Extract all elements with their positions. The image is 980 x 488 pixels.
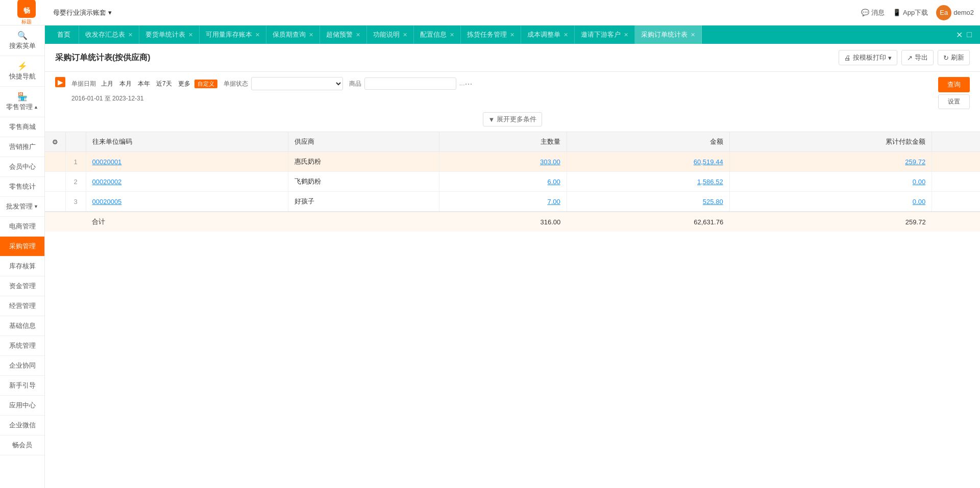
tab-purchase-stats-close[interactable]: ✕	[188, 32, 193, 38]
column-settings-icon[interactable]: ⚙	[52, 138, 58, 146]
workspace-selector[interactable]: 母婴行业演示账套 ▾	[53, 8, 112, 17]
shortcut-last-month[interactable]: 上月	[99, 79, 115, 89]
sidebar-item-marketing[interactable]: 营销推广	[0, 137, 44, 157]
footer-label: 合计	[92, 218, 105, 225]
col-settings: ⚙	[45, 132, 65, 152]
tab-available-stock-close[interactable]: ✕	[255, 32, 260, 38]
date-label: 单据日期	[71, 80, 96, 88]
table-body: 1 00020001 惠氏奶粉 303.00 60,519.44 259.72 …	[45, 152, 980, 212]
sidebar-item-appstore[interactable]: 应用中心	[0, 396, 44, 416]
footer-label-cell: 合计	[86, 212, 288, 232]
tab-pick-task[interactable]: 拣货任务管理 ✕	[461, 25, 521, 44]
col-supplier-name: 供应商	[288, 132, 439, 152]
export-icon: ↗	[907, 54, 913, 62]
sidebar-label-retail: 零售管理	[6, 102, 33, 112]
sidebar-item-finance[interactable]: 资金管理	[0, 276, 44, 296]
shortcut-7days[interactable]: 近7天	[154, 79, 174, 89]
export-btn[interactable]: ↗ 导出	[901, 50, 934, 65]
tab-available-stock[interactable]: 可用量库存账本 ✕	[200, 25, 266, 44]
row-paid-amount[interactable]: 259.72	[729, 152, 932, 172]
window-maximize-btn[interactable]: □	[967, 30, 972, 39]
sidebar-label-retail-stat: 零售统计	[9, 182, 36, 191]
sidebar-item-enterprise[interactable]: 企业协同	[0, 356, 44, 376]
tab-config-info[interactable]: 配置信息 ✕	[414, 25, 461, 44]
sidebar-item-wholesale[interactable]: 批发管理 ▼	[0, 197, 44, 217]
search-btn[interactable]: 查询	[938, 77, 970, 92]
message-btn[interactable]: 💬 消息	[861, 8, 885, 17]
sidebar-item-basic[interactable]: 基础信息	[0, 316, 44, 336]
row-main-qty[interactable]: 303.00	[439, 152, 567, 172]
tab-function-desc-close[interactable]: ✕	[403, 32, 407, 38]
tab-purchase-order-stats-close[interactable]: ✕	[691, 32, 695, 38]
app-download-btn[interactable]: 📱 App下载	[893, 8, 928, 17]
sidebar-item-system[interactable]: 系统管理	[0, 336, 44, 356]
row-supplier-code[interactable]: 00020001	[86, 152, 288, 172]
row-paid-amount[interactable]: 0.00	[729, 192, 932, 212]
status-select[interactable]	[251, 77, 343, 90]
expand-more-btn[interactable]: ▼ 展开更多条件	[483, 112, 543, 126]
goods-input[interactable]	[364, 78, 456, 90]
filter-toggle-btn[interactable]: ▶	[55, 77, 65, 87]
sidebar-label-inventory: 库存核算	[9, 262, 36, 271]
row-amount[interactable]: 525.80	[567, 192, 729, 212]
row-amount[interactable]: 60,519.44	[567, 152, 729, 172]
tab-receive-summary[interactable]: 收发存汇总表 ✕	[79, 25, 139, 44]
sidebar-item-search[interactable]: 🔍 搜索英单	[0, 25, 44, 56]
sidebar-item-newbie[interactable]: 新手引导	[0, 376, 44, 396]
tab-function-desc[interactable]: 功能说明 ✕	[367, 25, 414, 44]
goods-more-icon[interactable]: ···	[459, 79, 473, 89]
row-supplier-code[interactable]: 00020005	[86, 192, 288, 212]
tab-expiry-query[interactable]: 保质期查询 ✕	[266, 25, 320, 44]
tab-purchase-order-stats[interactable]: 采购订单统计表 ✕	[635, 25, 702, 44]
sidebar-label-purchase: 采购管理	[9, 242, 36, 251]
row-amount[interactable]: 1,586.52	[567, 172, 729, 192]
tab-cost-adjust-close[interactable]: ✕	[564, 32, 568, 38]
workspace-name: 母婴行业演示账套	[53, 8, 106, 17]
shortcut-this-year[interactable]: 本年	[136, 79, 152, 89]
status-filter-group: 单据状态	[224, 77, 343, 90]
row-supplier-code[interactable]: 00020002	[86, 172, 288, 192]
footer-index-cell	[65, 212, 86, 232]
refresh-btn[interactable]: ↻ 刷新	[938, 50, 970, 65]
tab-receive-summary-close[interactable]: ✕	[128, 32, 133, 38]
row-index: 1	[65, 152, 86, 172]
shortcut-this-month[interactable]: 本月	[117, 79, 134, 89]
row-main-qty[interactable]: 7.00	[439, 192, 567, 212]
tab-purchase-stats[interactable]: 要货单统计表 ✕	[139, 25, 200, 44]
tab-overstock-warning-close[interactable]: ✕	[356, 32, 360, 38]
sidebar-item-operations[interactable]: 经营管理	[0, 296, 44, 316]
col-supplier-code: 往来单位编码	[86, 132, 288, 152]
window-close-btn[interactable]: ✕	[956, 30, 963, 40]
row-settings-cell	[45, 152, 65, 172]
status-label: 单据状态	[224, 80, 248, 88]
sidebar-item-retail-stat[interactable]: 零售统计	[0, 177, 44, 197]
row-settings-cell	[45, 172, 65, 192]
tab-invite-downstream[interactable]: 邀请下游客户 ✕	[575, 25, 635, 44]
sidebar-item-wechat[interactable]: 企业微信	[0, 416, 44, 435]
sidebar-item-retail[interactable]: 🏪 零售管理 ▲	[0, 87, 44, 117]
logo[interactable]: 畅 标题	[6, 0, 47, 25]
sidebar-item-retail-mall[interactable]: 零售商城	[0, 117, 44, 137]
tab-expiry-query-close[interactable]: ✕	[309, 32, 313, 38]
tab-cost-adjust[interactable]: 成本调整单 ✕	[521, 25, 575, 44]
shortcut-more[interactable]: 更多	[176, 79, 192, 89]
settings-btn[interactable]: 设置	[938, 94, 970, 109]
tab-overstock-warning[interactable]: 超储预警 ✕	[320, 25, 367, 44]
template-print-btn[interactable]: 🖨 按模板打印 ▾	[839, 50, 897, 65]
row-main-qty[interactable]: 6.00	[439, 172, 567, 192]
tab-pick-task-close[interactable]: ✕	[510, 32, 514, 38]
sidebar-item-member[interactable]: 会员中心	[0, 157, 44, 177]
row-paid-amount[interactable]: 0.00	[729, 172, 932, 192]
sidebar-item-ecommerce[interactable]: 电商管理	[0, 217, 44, 237]
tab-config-info-close[interactable]: ✕	[450, 32, 454, 38]
sidebar-item-vip[interactable]: 畅会员	[0, 435, 44, 455]
custom-date-badge[interactable]: 自定义	[194, 80, 217, 88]
sidebar-item-shortcut[interactable]: ⚡ 快捷导航	[0, 56, 44, 87]
user-area[interactable]: Ea demo2	[936, 5, 974, 20]
shortcut-icon: ⚡	[17, 61, 28, 71]
tab-home[interactable]: 首页	[49, 25, 79, 44]
sidebar-item-purchase[interactable]: 采购管理	[0, 237, 44, 256]
tab-invite-downstream-close[interactable]: ✕	[624, 32, 628, 38]
logo-label: 标题	[21, 18, 32, 25]
sidebar-item-inventory[interactable]: 库存核算	[0, 256, 44, 276]
